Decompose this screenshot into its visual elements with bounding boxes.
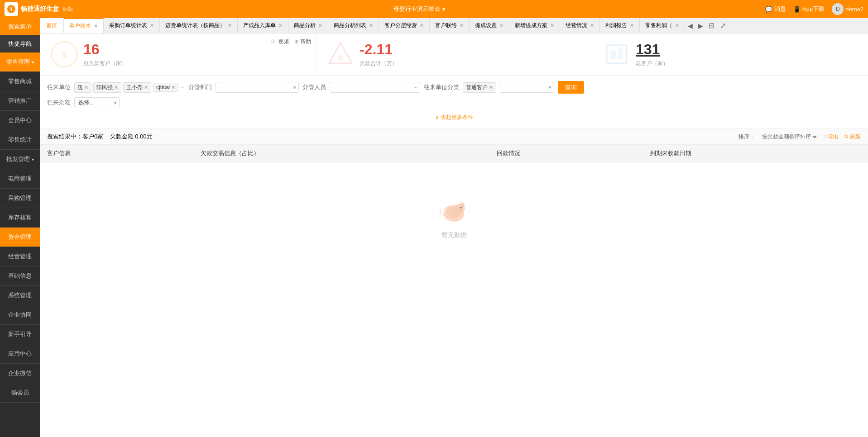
workspace-name: 母婴行业演示帐套: [393, 5, 441, 13]
sidebar-quick-nav[interactable]: 快捷导航: [0, 35, 40, 52]
sidebar-item-ecommerce[interactable]: 电商管理: [0, 169, 40, 189]
filter-person-input[interactable]: [330, 82, 420, 93]
tab-product-stock-in[interactable]: 产成品入库单 ✕: [238, 18, 288, 33]
tab-promote-settings[interactable]: 提成设置 ✕: [470, 18, 509, 33]
tab-customer-seg[interactable]: 客户分层经营 ✕: [379, 18, 430, 33]
sidebar-item-enterprise-wechat[interactable]: 企业微信: [0, 364, 40, 383]
sidebar-item-member-center[interactable]: 会员中心: [0, 111, 40, 130]
col-repayment: 回款情况: [489, 145, 643, 162]
filter-area: 往来单位 伍 ✕ 陈民强 ✕ 王小亮 ✕: [40, 76, 868, 129]
tab-operations[interactable]: 经营情况 ✕: [560, 18, 600, 33]
tab-close-purchase-stats[interactable]: ✕: [228, 23, 232, 28]
stat-label-debt: 欠款合计（万）: [360, 60, 398, 67]
tab-close-profit[interactable]: ✕: [630, 23, 634, 28]
tab-customer-account[interactable]: 客户账本 ✕: [64, 18, 104, 33]
tab-label-customer-account: 客户账本: [69, 22, 91, 30]
collapse-btn[interactable]: ∧ 收起更多条件: [47, 112, 861, 123]
tab-home[interactable]: 首页: [40, 18, 64, 33]
col-debt-info: 欠款交易信息（占比）: [193, 145, 489, 162]
tab-new-promote-plan[interactable]: 新增提成方案 ✕: [509, 18, 560, 33]
filter-tag-category-remove[interactable]: ✕: [489, 85, 493, 90]
tab-product-analysis[interactable]: 商品分析 ✕: [288, 18, 328, 33]
top-bar: ¥ 畅捷通好生意 标版 母婴行业演示帐套 ▾ 💬 消息 📱 App下载 D de…: [0, 0, 868, 18]
sidebar-item-operations[interactable]: 经营管理: [0, 247, 40, 266]
video-link[interactable]: ▷ 视频: [271, 38, 288, 46]
filter-tag-unit-1: 伍 ✕: [74, 82, 91, 93]
sidebar-item-purchase[interactable]: 采购管理: [0, 189, 40, 208]
tab-close-promote[interactable]: ✕: [499, 23, 504, 28]
sidebar-item-new-guide[interactable]: 新手引导: [0, 325, 40, 344]
tab-label-product-stock: 产成品入库单: [243, 22, 276, 29]
tab-customer-contact[interactable]: 客户联络 ✕: [430, 18, 470, 33]
query-button[interactable]: 查询: [558, 81, 584, 94]
sidebar-item-retail-mall[interactable]: 零售商城: [0, 72, 40, 91]
tab-label-retail-profit: 零售利润（: [645, 22, 672, 29]
sort-select[interactable]: 按欠款金额倒序排序: [760, 133, 818, 140]
tab-close-product-stock[interactable]: ✕: [278, 23, 283, 28]
filter-dept-input[interactable]: [216, 82, 299, 93]
tab-close-customer-account[interactable]: ✕: [94, 23, 98, 29]
stat-value-total: 131: [636, 41, 668, 58]
sidebar-item-vip[interactable]: 畅会员: [0, 383, 40, 403]
export-btn[interactable]: ↑ 导出: [824, 133, 839, 141]
sidebar-item-retail-mgmt[interactable]: 零售管理 ▾: [0, 52, 40, 72]
refresh-icon: ↻: [844, 133, 849, 140]
workspace-selector[interactable]: 母婴行业演示帐套 ▾: [393, 5, 446, 13]
tab-maximize-btn[interactable]: ⤢: [717, 18, 729, 33]
tab-close-analysis-list[interactable]: ✕: [369, 23, 373, 28]
svg-point-13: [460, 207, 462, 209]
tab-purchase-stats-product[interactable]: 进货单统计表（按商品） ✕: [160, 18, 238, 33]
tab-close-customer-seg[interactable]: ✕: [420, 23, 424, 28]
tab-close-new-promote[interactable]: ✕: [550, 23, 554, 28]
empty-state: 暂无数据: [40, 162, 868, 266]
tab-close-purchase-order[interactable]: ✕: [150, 23, 154, 28]
tab-next-btn[interactable]: ▶: [695, 18, 706, 33]
top-bar-left: ¥ 畅捷通好生意 标版: [5, 2, 73, 16]
refresh-btn[interactable]: ↻ 刷新: [844, 133, 861, 141]
tab-close-operations[interactable]: ✕: [590, 23, 594, 28]
svg-text:¥: ¥: [62, 49, 67, 60]
filter-tags-more[interactable]: ···: [180, 84, 185, 90]
tab-label-profit-report: 利润报告: [605, 22, 627, 29]
sidebar-item-finance[interactable]: 资金管理: [0, 228, 40, 247]
search-result-text: 搜索结果中：客户0家 欠款金额 0.00元: [47, 133, 153, 141]
export-label: 导出: [828, 133, 839, 141]
filter-label-balance: 往来余额: [47, 99, 71, 107]
tab-profit-report[interactable]: 利润报告 ✕: [600, 18, 640, 33]
user-menu[interactable]: D demo2: [832, 3, 863, 15]
tab-close-product-analysis[interactable]: ✕: [318, 23, 322, 28]
filter-tag-category-label: 普通客户: [466, 84, 488, 91]
subtitle: 标版: [62, 5, 73, 13]
sidebar-item-system[interactable]: 系统管理: [0, 286, 40, 305]
filter-balance-wrap: 选择...: [74, 97, 120, 108]
sidebar-item-inventory[interactable]: 库存核算: [0, 208, 40, 228]
help-link[interactable]: ⊙ 帮助: [294, 38, 311, 46]
stat-card-customers: ¥ 16 总欠款客户（家） ▷ 视频 ⊙ 帮助: [40, 33, 316, 75]
filter-tag-remove-3[interactable]: ✕: [144, 85, 148, 90]
refresh-label: 刷新: [850, 133, 861, 141]
tab-more-btn[interactable]: ⊟: [706, 18, 717, 33]
tab-product-analysis-list[interactable]: 商品分析列表 ✕: [328, 18, 379, 33]
filter-tag-remove-2[interactable]: ✕: [114, 85, 118, 90]
tab-close-customer-contact[interactable]: ✕: [460, 23, 464, 28]
stat-card-total: 131 总客户（家）: [592, 33, 868, 75]
tab-retail-profit[interactable]: 零售利润（ ✕: [640, 18, 685, 33]
filter-row-1: 往来单位 伍 ✕ 陈民强 ✕ 王小亮 ✕: [47, 81, 861, 94]
filter-tag-remove-1[interactable]: ✕: [84, 85, 88, 90]
sidebar-item-retail-stats[interactable]: 零售统计: [0, 130, 40, 150]
sidebar-item-app-center[interactable]: 应用中心: [0, 344, 40, 364]
app-download-btn[interactable]: 📱 App下载: [793, 5, 825, 13]
tab-purchase-order-stats[interactable]: 采购订单统计表 ✕: [104, 18, 160, 33]
message-btn[interactable]: 💬 消息: [765, 5, 786, 13]
filter-balance-select[interactable]: 选择...: [74, 97, 120, 108]
sidebar-item-enterprise-coop[interactable]: 企业协同: [0, 305, 40, 325]
logo-area: ¥ 畅捷通好生意: [5, 2, 59, 16]
sidebar-item-wholesale-mgmt[interactable]: 批发管理 ▾: [0, 150, 40, 169]
sidebar-search[interactable]: 搜索菜单: [0, 18, 40, 35]
filter-category-select[interactable]: [500, 82, 554, 93]
filter-tag-remove-4[interactable]: ✕: [171, 85, 175, 90]
sidebar-item-marketing[interactable]: 营销推广: [0, 91, 40, 111]
tab-prev-btn[interactable]: ◀: [685, 18, 695, 33]
tab-close-retail-profit[interactable]: ✕: [675, 23, 679, 28]
sidebar-item-basic-info[interactable]: 基础信息: [0, 266, 40, 286]
